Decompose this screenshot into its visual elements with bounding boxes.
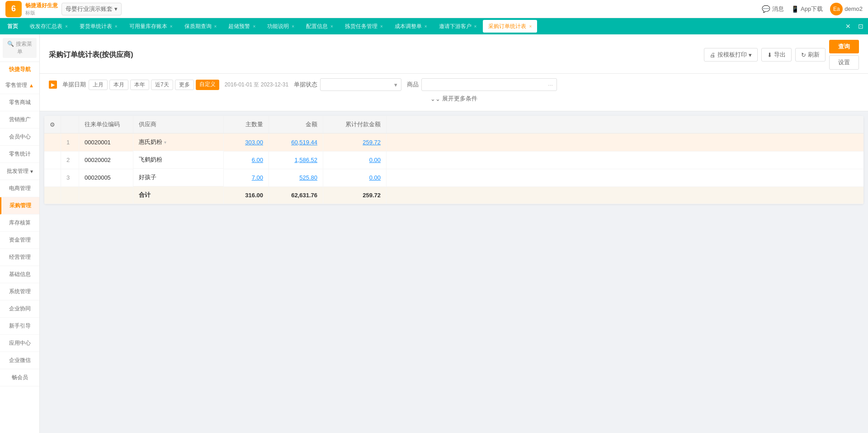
date-filter: 单据日期 上月 本月 本年 近7天 更多 自定义 [62,80,219,90]
print-chevron-icon: ▾ [749,52,752,58]
table-header-row: ⚙ 往来单位编码 供应商 主数量 金额 [44,116,863,133]
close-icon[interactable]: × [330,24,333,29]
goods-input[interactable]: ··· [421,78,557,91]
tab-receive-send[interactable]: 收发存汇总表 × [24,20,73,33]
footer-empty [387,186,864,204]
chevron-down-icon: ▾ [30,168,33,175]
sidebar-item-vip[interactable]: 畅会员 [0,369,39,386]
sidebar-item-purchase-mgmt[interactable]: 采购管理 [0,197,39,214]
sidebar-label: 基础信息 [9,271,31,277]
date-this-month[interactable]: 本月 [109,80,128,90]
sidebar-item-basic-info[interactable]: 基础信息 [0,266,39,283]
user-profile[interactable]: Ea demo2 [830,3,863,15]
row-no: 2 [61,151,79,169]
export-icon: ⬇ [767,52,772,58]
close-icon[interactable]: × [115,24,118,29]
row-empty [387,169,864,186]
th-code: 往来单位编码 [79,116,133,133]
tab-overstock[interactable]: 超储预警 × [223,20,261,33]
sidebar-item-enterprise-wechat[interactable]: 企业微信 [0,352,39,369]
sidebar-label: 会员中心 [9,133,31,140]
date-more[interactable]: 更多 [175,80,194,90]
tab-purchase-summary[interactable]: 采购订单统计表 × [483,20,537,33]
sidebar-item-retail-stats[interactable]: 零售统计 [0,146,39,163]
row-paid-amount: 0.00 [323,151,387,169]
tab-order-summary[interactable]: 要货单统计表 × [74,20,123,33]
content-area: 采购订单统计表(按供应商) 🖨 按模板打印 ▾ ⬇ 导出 ↻ 刷新 查询 设置 [40,34,868,433]
sidebar-item-member-center[interactable]: 会员中心 [0,128,39,146]
print-label: 按模板打印 [717,51,747,59]
maximize-tab-button[interactable]: ⊡ [855,21,866,32]
tab-label: 成本调整单 [395,23,422,30]
expand-more-button[interactable]: ⌄⌄ 展开更多条件 [49,91,859,106]
tab-invite-downstream[interactable]: 邀请下游客户 × [434,20,482,33]
tab-available-stock[interactable]: 可用量库存账本 × [124,20,178,33]
tab-func-desc[interactable]: 功能说明 × [262,20,300,33]
sidebar-item-system-mgmt[interactable]: 系统管理 [0,283,39,300]
refresh-button[interactable]: ↻ 刷新 [795,48,826,62]
row-gear [44,133,61,152]
sidebar-item-app-center[interactable]: 应用中心 [0,335,39,352]
close-icon[interactable]: × [65,24,68,29]
refresh-icon: ↻ [801,52,806,58]
sidebar-item-inventory-check[interactable]: 库存核算 [0,214,39,232]
close-icon[interactable]: × [425,24,427,29]
app-download-button[interactable]: 📱 App下载 [791,5,823,13]
close-icon[interactable]: × [380,24,383,29]
sidebar-item-enterprise-collab[interactable]: 企业协同 [0,300,39,318]
sidebar-item-new-guide[interactable]: 新手引导 [0,318,39,335]
expand-row-icon[interactable]: ▾ [164,140,166,145]
logo-icon: 6 [5,1,22,17]
tab-home[interactable]: 首页 [2,20,24,33]
sidebar-search-area[interactable]: 🔍 搜索菜单 [0,34,39,62]
date-last-month[interactable]: 上月 [89,80,108,90]
tab-pick-task[interactable]: 拣货任务管理 × [340,20,388,33]
page-title: 采购订单统计表(按供应商) [49,50,133,60]
sidebar-item-capital-mgmt[interactable]: 资金管理 [0,232,39,249]
search-input[interactable]: 🔍 搜索菜单 [3,38,37,58]
filter-toggle-button[interactable]: ▶ [49,81,57,89]
tab-warranty[interactable]: 保质期查询 × [179,20,222,33]
nav-tabs: 首页 收发存汇总表 × 要货单统计表 × 可用量库存账本 × 保质期查询 × 超… [0,18,868,34]
table-row: 1 00020001 惠氏奶粉 ▾ 303.00 60,519.44 259.7… [44,133,863,152]
settings-button[interactable]: 设置 [829,55,859,70]
close-icon[interactable]: × [529,24,532,29]
status-select[interactable]: ▾ [320,78,401,91]
tab-config-info[interactable]: 配置信息 × [301,20,339,33]
row-code: 00020005 [79,169,133,186]
message-button[interactable]: 💬 消息 [762,5,784,13]
close-icon[interactable]: × [170,24,173,29]
tab-label: 超储预警 [228,23,250,30]
sidebar-label: 应用中心 [9,340,31,346]
close-icon[interactable]: × [474,24,477,29]
filter-row-1: ▶ 单据日期 上月 本月 本年 近7天 更多 自定义 2016-01-01 至 … [49,78,859,91]
sidebar-label: 零售商城 [9,99,31,105]
sidebar-item-ecommerce-mgmt[interactable]: 电商管理 [0,180,39,197]
close-icon[interactable]: × [292,24,294,29]
export-button[interactable]: ⬇ 导出 [761,48,792,62]
status-filter: 单据状态 ▾ [294,78,401,91]
sidebar-label: 经营管理 [9,254,31,260]
sidebar-item-retail-mall[interactable]: 零售商城 [0,94,39,111]
date-custom-tag[interactable]: 自定义 [196,80,219,90]
sidebar-item-marketing[interactable]: 营销推广 [0,111,39,128]
app-download-label: App下载 [801,5,823,13]
close-icon[interactable]: × [253,24,255,29]
close-tab-button[interactable]: ✕ [843,21,854,32]
close-icon[interactable]: × [214,24,217,29]
sidebar-item-retail-mgmt[interactable]: 零售管理 ▲ [0,77,39,94]
print-button[interactable]: 🖨 按模板打印 ▾ [704,48,758,62]
query-button[interactable]: 查询 [829,40,859,53]
sidebar-item-wholesale-mgmt[interactable]: 批发管理 ▾ [0,163,39,180]
expand-label: 展开更多条件 [442,95,477,103]
row-code: 00020001 [79,133,133,152]
sidebar-item-operation-mgmt[interactable]: 经营管理 [0,249,39,266]
date-this-year[interactable]: 本年 [130,80,149,90]
date-7days[interactable]: 近7天 [151,80,173,90]
th-gear[interactable]: ⚙ [44,116,61,133]
th-main-qty: 主数量 [224,116,269,133]
tab-cost-adjust[interactable]: 成本调整单 × [389,20,433,33]
tab-home-label: 首页 [7,23,18,30]
workspace-selector[interactable]: 母婴行业演示账套 ▾ [61,3,122,15]
th-paid-amount: 累计付款金额 [323,116,387,133]
